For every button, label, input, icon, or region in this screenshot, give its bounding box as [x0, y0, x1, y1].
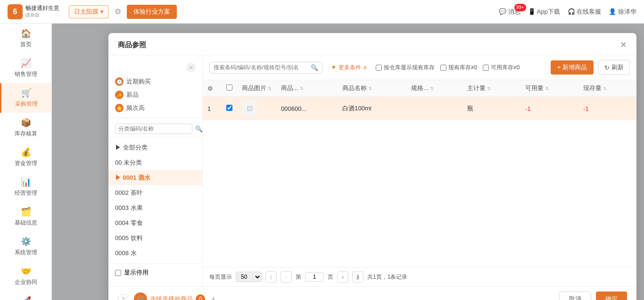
sidebar-item-sales[interactable]: 📈 销售管理 — [0, 53, 51, 83]
shortcut-frequent[interactable]: ⭐ 频次高 — [108, 101, 202, 115]
row-checkbox[interactable] — [226, 105, 232, 111]
sidebar-item-system[interactable]: ⚙️ 系统管理 — [0, 232, 51, 261]
last-page-button[interactable]: ⟫ — [352, 271, 363, 283]
app-download-nav[interactable]: 📱 App下载 — [528, 8, 560, 16]
sort-name-icon: ⇅ — [368, 86, 372, 91]
sidebar-item-base[interactable]: 🗂️ 基础信息 — [0, 202, 51, 232]
cat-search-input[interactable] — [115, 124, 192, 134]
cat-unclassified-label: 00 未分类 — [115, 158, 142, 167]
cat-unclassified[interactable]: 00 未分类 — [108, 155, 202, 170]
new-icon: ✨ — [115, 91, 124, 99]
search-input-wrap: 🔍 — [209, 62, 322, 74]
image-placeholder-icon: 🖼 — [247, 105, 253, 112]
system-icon: ⚙️ — [21, 236, 31, 247]
cat-fruit[interactable]: 0003 水果 — [108, 200, 202, 216]
sidebar-item-guide[interactable]: 🚀 新手引导 — [0, 291, 51, 300]
home-icon: 🏠 — [21, 28, 31, 39]
filter-available-ne0-label[interactable]: 可用库存≠0 — [483, 64, 520, 72]
product-table: ⚙ 商品图片 ⇅ — [203, 80, 636, 120]
sidebar-item-home[interactable]: 🏠 首页 — [0, 24, 51, 53]
first-page-button[interactable]: ⟪ — [265, 271, 277, 283]
cat-liquor-label: ▶ 0001 酒水 — [115, 174, 150, 182]
row-num: 1 — [203, 97, 222, 120]
add-product-button[interactable]: + 新增商品 — [551, 60, 594, 75]
filter-stock-ne0-checkbox[interactable] — [440, 65, 446, 71]
app-sub: 捷易版 — [25, 12, 59, 18]
page-size-select[interactable]: 20 50 100 — [236, 272, 262, 282]
messages-nav[interactable]: 💬 消息 99+ — [499, 8, 520, 16]
show-disabled-checkbox[interactable] — [115, 270, 121, 276]
navbar: 6 畅捷通好生意 捷易版 日太阳膜 ▾ ⚙ 体验行业方案 💬 消息 99+ 📱 … — [0, 0, 644, 24]
footer-left: ? 🛒 连续选择的商品 0 ∧ — [118, 292, 216, 300]
cat-snacks-label: 0004 零食 — [115, 219, 143, 227]
filter-stock-ne0-label[interactable]: 现有库存≠0 — [440, 64, 477, 72]
user-avatar[interactable]: 👤 徐泽华 — [609, 8, 636, 16]
pagination: 每页显示 20 50 100 ⟪ ‹ 第 页 › ⟫ 共1页，1条记录 — [203, 267, 636, 286]
cat-tea[interactable]: 0002 茶叶 — [108, 185, 202, 200]
shortcut-new[interactable]: ✨ 新品 — [108, 88, 202, 101]
row-image-cell: 🖼 — [237, 97, 276, 120]
cat-snacks[interactable]: 0004 零食 — [108, 216, 202, 231]
filter-warehouse-checkbox[interactable] — [376, 65, 382, 71]
dialog-title: 商品参照 — [118, 41, 146, 50]
filter-available-ne0-checkbox[interactable] — [483, 65, 489, 71]
store-selector[interactable]: 日太阳膜 ▾ — [69, 5, 109, 18]
total-info: 共1页，1条记录 — [367, 273, 407, 281]
collapse-footer-button[interactable]: ∧ — [211, 295, 216, 300]
cart-badge: 🛒 连续选择的商品 0 — [134, 292, 205, 300]
sort-spec-icon: ⇅ — [430, 86, 434, 91]
cancel-button[interactable]: 取消 — [559, 292, 591, 300]
product-table-wrap: ⚙ 商品图片 ⇅ — [203, 80, 636, 267]
row-spec — [406, 97, 462, 120]
category-list: ▶ 全部分类 00 未分类 ▶ 0001 酒水 0002 茶叶 0003 水果 — [108, 140, 202, 263]
select-all-checkbox[interactable] — [226, 84, 232, 91]
cat-water-label: 0008 水 — [115, 249, 137, 258]
sort-available-icon: ⇅ — [545, 86, 549, 91]
filter-warehouse-label[interactable]: 按仓库显示现有库存 — [376, 64, 435, 72]
cat-search-row: 🔍 — [108, 121, 202, 137]
sidebar-item-business[interactable]: 📊 经营管理 — [0, 172, 51, 202]
table-row[interactable]: 1 🖼 000600... — [203, 97, 636, 120]
sidebar-item-inventory[interactable]: 📦 库存核算 — [0, 113, 51, 142]
refresh-button[interactable]: ↻ 刷新 — [598, 60, 630, 75]
sidebar: 🏠 首页 📈 销售管理 🛒 采购管理 📦 库存核算 💰 资金管理 📊 经营管理 … — [0, 24, 52, 300]
cat-liquor[interactable]: ▶ 0001 酒水 — [108, 170, 202, 185]
online-service-nav[interactable]: 🎧 在线客服 — [568, 8, 602, 16]
cta-button[interactable]: 体验行业方案 — [127, 5, 177, 19]
sidebar-item-collab[interactable]: 🤝 企业协同 — [0, 261, 51, 291]
sidebar-item-purchase[interactable]: 🛒 采购管理 — [0, 83, 51, 113]
chevron-up-icon: ∧ — [363, 64, 367, 71]
collapse-panel-button[interactable]: « — [186, 63, 196, 72]
row-unit: 瓶 — [462, 97, 520, 120]
cat-collapse-header: « — [108, 60, 202, 75]
message-badge: 99+ — [514, 4, 526, 11]
settings-icon[interactable]: ⚙ — [115, 7, 121, 16]
cat-water[interactable]: 0008 水 — [108, 246, 202, 261]
confirm-button[interactable]: 确定 — [596, 292, 627, 300]
dialog-close-button[interactable]: ✕ — [620, 40, 627, 50]
page-input[interactable] — [305, 272, 324, 282]
prev-page-button[interactable]: ‹ — [281, 271, 292, 283]
th-name: 商品名称 ⇅ — [338, 80, 406, 97]
th-settings[interactable]: ⚙ — [203, 80, 222, 97]
product-search-input[interactable] — [214, 64, 309, 71]
th-spec: 规格... ⇅ — [406, 80, 462, 97]
cat-all[interactable]: ▶ 全部分类 — [108, 140, 202, 155]
sort-image-icon: ⇅ — [268, 86, 272, 91]
cart-icon: 🛒 — [134, 292, 147, 300]
cat-search-icon[interactable]: 🔍 — [195, 125, 203, 133]
more-filters-button[interactable]: ▼ 更多条件 ∧ — [327, 62, 371, 74]
cat-divider — [108, 117, 202, 118]
next-page-button[interactable]: › — [337, 271, 348, 283]
purchase-icon: 🛒 — [21, 88, 32, 98]
search-icon[interactable]: 🔍 — [311, 64, 318, 71]
th-checkbox — [222, 80, 237, 97]
help-button[interactable]: ? — [118, 294, 128, 300]
dialog-footer: ? 🛒 连续选择的商品 0 ∧ 取消 确定 — [108, 286, 636, 300]
refresh-icon: ↻ — [604, 64, 610, 71]
cat-drinks[interactable]: 0005 饮料 — [108, 231, 202, 246]
sales-icon: 📈 — [21, 58, 31, 68]
shortcut-recent[interactable]: 🕐 近期购买 — [108, 75, 202, 88]
sidebar-item-finance[interactable]: 💰 资金管理 — [0, 142, 51, 172]
layout: 🏠 首页 📈 销售管理 🛒 采购管理 📦 库存核算 💰 资金管理 📊 经营管理 … — [0, 24, 644, 300]
